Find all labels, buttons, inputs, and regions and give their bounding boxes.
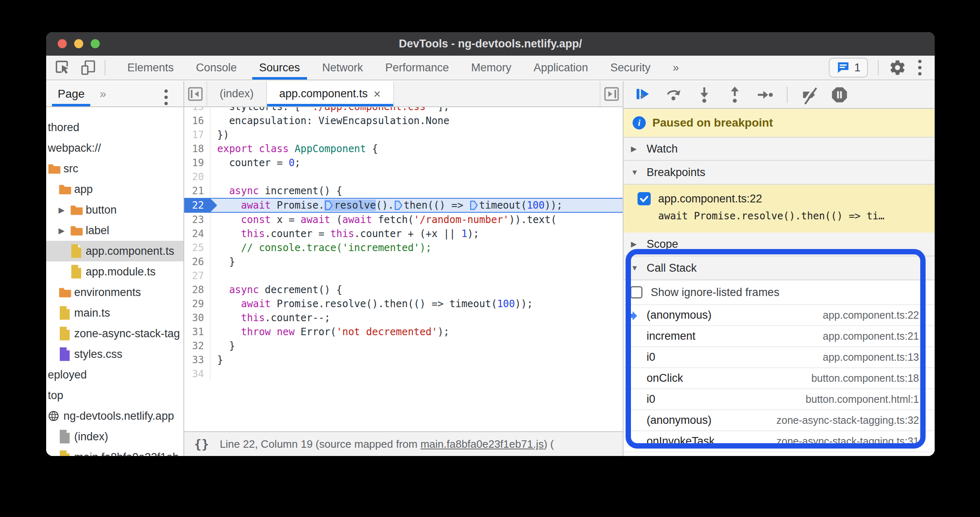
tree-item-eployed[interactable]: eployed — [46, 364, 183, 385]
resume-script-button[interactable] — [634, 86, 652, 104]
issues-badge[interactable]: 1 — [829, 58, 868, 78]
tree-item-top[interactable]: top — [46, 385, 183, 406]
breakpoint-checkbox[interactable] — [638, 192, 651, 205]
line-number[interactable]: 30 — [184, 311, 211, 325]
tree-item-environments[interactable]: environments — [46, 282, 183, 303]
hide-navigator-icon[interactable] — [184, 81, 207, 106]
code-line[interactable]: 19 counter = 0; — [184, 156, 623, 170]
editor-tab-app-component[interactable]: app.component.ts × — [267, 81, 394, 106]
show-ignore-listed-frames-row[interactable]: Show ignore-listed frames — [624, 280, 935, 305]
call-stack-frame--anonymous-[interactable]: (anonymous)app.component.ts:22 — [624, 305, 935, 326]
tree-item--index-[interactable]: (index) — [46, 426, 183, 447]
tree-item-label[interactable]: ▶label — [46, 220, 183, 241]
line-number[interactable]: 15 — [184, 107, 211, 114]
line-number[interactable]: 32 — [184, 339, 211, 353]
frame-source-location[interactable]: app.component.ts:21 — [823, 330, 919, 342]
code-line[interactable]: 17}) — [184, 128, 623, 142]
tree-item-src[interactable]: src — [46, 158, 183, 179]
section-scope[interactable]: ▶ Scope — [624, 233, 935, 256]
line-number[interactable]: 18 — [184, 142, 211, 156]
close-tab-icon[interactable]: × — [373, 87, 381, 101]
code-line[interactable]: 23 const x = await (await fetch('/random… — [184, 213, 623, 227]
tree-item-ng-devtools-netlify-app[interactable]: ng-devtools.netlify.app — [46, 406, 183, 426]
navigator-kebab-icon[interactable] — [163, 88, 169, 107]
line-number[interactable]: 16 — [184, 114, 211, 128]
line-number[interactable]: 28 — [184, 283, 211, 297]
frame-source-location[interactable]: app.component.ts:22 — [823, 309, 919, 321]
tree-item-button[interactable]: ▶button — [46, 200, 183, 220]
more-options-kebab-icon[interactable] — [917, 58, 923, 77]
section-breakpoints[interactable]: ▼ Breakpoints — [624, 161, 935, 185]
frame-source-location[interactable]: button.component.html:1 — [806, 393, 919, 405]
tree-item-styles-css[interactable]: styles.css — [46, 344, 183, 364]
line-number[interactable]: 27 — [184, 269, 211, 283]
show-debugger-panel-icon[interactable] — [600, 81, 623, 106]
code-line[interactable]: 33} — [184, 353, 623, 367]
tab-sources[interactable]: Sources — [248, 56, 311, 80]
tree-item-main-fa8bfa0e23f1eb[interactable]: main.fa8bfa0e23f1eb — [46, 447, 183, 456]
frame-source-location[interactable]: button.component.ts:18 — [811, 372, 919, 384]
line-number[interactable]: 29 — [184, 297, 211, 311]
expand-arrow-icon[interactable]: ▶ — [59, 205, 70, 215]
tree-item-app-component-ts[interactable]: app.component.ts — [46, 241, 183, 261]
step-over-button[interactable] — [665, 86, 683, 104]
frame-source-location[interactable]: zone-async-stack-tagging.ts:32 — [776, 414, 919, 426]
code-line[interactable]: 15 styleUrls: [ './app.component.css' ], — [184, 107, 623, 114]
line-number[interactable]: 23 — [184, 213, 211, 227]
line-number[interactable]: 20 — [184, 170, 211, 184]
call-stack-frame-increment[interactable]: incrementapp.component.ts:21 — [624, 326, 935, 347]
call-stack-frame-i0[interactable]: i0button.component.html:1 — [624, 389, 935, 410]
frame-source-location[interactable]: app.component.ts:13 — [823, 351, 919, 363]
line-number[interactable]: 22 — [184, 199, 211, 212]
code-line[interactable]: 25 // console.trace('incremented'); — [184, 241, 623, 255]
call-stack-frame-onclick[interactable]: onClickbutton.component.ts:18 — [624, 368, 935, 389]
call-stack-frame-oninvoketask[interactable]: onInvokeTaskzone-async-stack-tagging.ts:… — [624, 431, 935, 452]
code-line[interactable]: 28 async decrement() { — [184, 283, 623, 297]
tab-network[interactable]: Network — [311, 56, 374, 80]
pause-on-exceptions-button[interactable] — [830, 86, 849, 104]
tab-console[interactable]: Console — [185, 56, 248, 80]
code-line-22-execution[interactable]: 22 await Promise.resolve().then(() => ti… — [184, 198, 623, 213]
code-line[interactable]: 26 } — [184, 255, 623, 269]
tree-item-main-ts[interactable]: main.ts — [46, 303, 183, 323]
pretty-print-icon[interactable]: {} — [194, 437, 209, 451]
tab-memory[interactable]: Memory — [460, 56, 523, 80]
inspect-element-icon[interactable] — [54, 59, 72, 77]
code-line[interactable]: 34 — [184, 367, 623, 381]
line-number[interactable]: 31 — [184, 325, 211, 339]
breakpoint-entry[interactable]: app.component.ts:22 await Promise.resolv… — [624, 185, 935, 233]
code-line[interactable]: 16 encapsulation: ViewEncapsulation.None — [184, 114, 623, 128]
tree-item-thored[interactable]: thored — [46, 117, 183, 138]
code-line[interactable]: 29 await Promise.resolve().then(() => ti… — [184, 297, 623, 311]
more-tabs-chevron[interactable]: » — [100, 81, 105, 106]
code-line[interactable]: 27 — [184, 269, 623, 283]
editor-tab-index[interactable]: (index) — [207, 81, 267, 106]
code-line[interactable]: 20 — [184, 170, 623, 184]
code-line[interactable]: 18export class AppComponent { — [184, 142, 623, 156]
expand-arrow-icon[interactable]: ▶ — [59, 226, 70, 235]
tree-item-zone-async-stack-tag[interactable]: zone-async-stack-tag — [46, 323, 183, 344]
code-line[interactable]: 32 } — [184, 339, 623, 353]
line-number[interactable]: 17 — [184, 128, 211, 142]
code-line[interactable]: 31 throw new Error('not decremented'); — [184, 325, 623, 339]
frame-source-location[interactable]: zone-async-stack-tagging.ts:31 — [776, 435, 919, 447]
code-line[interactable]: 21 async increment() { — [184, 184, 623, 198]
code-line[interactable]: 24 this.counter = this.counter + (+x || … — [184, 227, 623, 241]
tab-elements[interactable]: Elements — [116, 56, 185, 80]
line-number[interactable]: 24 — [184, 227, 211, 241]
code-line[interactable]: 30 this.counter--; — [184, 311, 623, 325]
tree-item-app[interactable]: app — [46, 179, 183, 200]
deactivate-breakpoints-button[interactable] — [800, 86, 818, 104]
line-number[interactable]: 19 — [184, 156, 211, 170]
section-call-stack[interactable]: ▼ Call Stack — [624, 256, 935, 280]
section-watch[interactable]: ▶ Watch — [624, 137, 935, 161]
tab-security[interactable]: Security — [599, 56, 662, 80]
call-stack-frame-i0[interactable]: i0app.component.ts:13 — [624, 347, 935, 368]
tab-application[interactable]: Application — [523, 56, 599, 80]
tab-performance[interactable]: Performance — [374, 56, 460, 80]
tab--[interactable]: » — [661, 56, 690, 80]
step-button[interactable] — [756, 86, 774, 104]
device-toolbar-icon[interactable] — [79, 59, 97, 77]
tab-page[interactable]: Page — [58, 81, 84, 106]
tree-item-webpack-[interactable]: webpack:// — [46, 138, 183, 158]
